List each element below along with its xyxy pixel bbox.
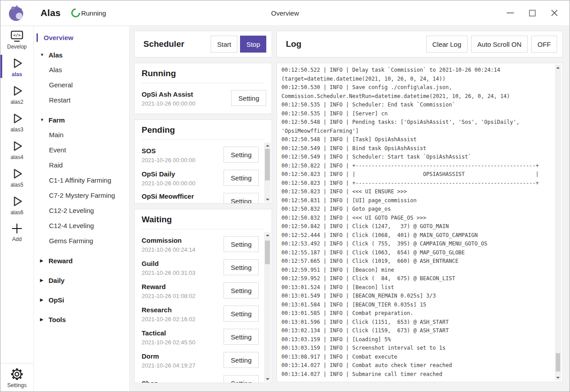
sidenav-item-c12-4-leveling[interactable]: C12-4 Leveling bbox=[34, 218, 129, 233]
rail-item-label: Develop bbox=[7, 44, 27, 50]
log-line: 00:12:50.823 | INFO | | OPSIASHASSIST | bbox=[281, 170, 550, 179]
log-body-panel: 00:12:50.522 | INFO | Delay task `Commis… bbox=[277, 63, 563, 382]
log-line: 00:12:52.444 | INFO | Click (1068, 401) … bbox=[281, 231, 550, 240]
log-line: 00:12:50.548 | INFO | Pending tasks: ['O… bbox=[281, 118, 550, 135]
log-line: 00:13:01.596 | INFO | Click (1151, 653) … bbox=[281, 318, 550, 327]
log-lines: 00:12:50.522 | INFO | Delay task `Commis… bbox=[281, 66, 550, 380]
nav-group-header-alas[interactable]: Alas bbox=[34, 47, 129, 62]
scroll-up-icon[interactable] bbox=[264, 232, 271, 238]
rail-instance-alas3[interactable]: alas3 bbox=[0, 108, 33, 135]
sidenav-item-c7-2-mystery-farming[interactable]: C7-2 Mystery Farming bbox=[34, 188, 129, 203]
scroll-up-icon[interactable] bbox=[555, 65, 561, 70]
rail-instance-alas6[interactable]: alas6 bbox=[0, 191, 33, 218]
nav-group-header-farm[interactable]: Farm bbox=[34, 112, 129, 127]
app-name: Alas bbox=[41, 8, 61, 18]
play-icon bbox=[10, 195, 24, 208]
task-next-run-time: 2021-10-26 00:24:14 bbox=[142, 246, 213, 253]
sidenav-item-alas[interactable]: Alas bbox=[34, 62, 129, 78]
sidenav-item-raid[interactable]: Raid bbox=[34, 158, 129, 173]
log-line: 00:13:01.584 | INFO | [BEACON_TIER 0.035… bbox=[281, 301, 550, 310]
autoscroll-on-button[interactable]: Auto Scroll ON bbox=[471, 36, 528, 53]
rail-item-add[interactable]: Add bbox=[0, 218, 33, 245]
alas-logo-icon bbox=[8, 4, 25, 22]
chevron-right-icon bbox=[40, 258, 49, 263]
nav-groups: AlasAlasGeneralRestartFarmMainEventRaidC… bbox=[34, 47, 129, 327]
rail-instance-alas5[interactable]: alas5 bbox=[0, 163, 33, 191]
nav-group-header-opsi[interactable]: OpSi bbox=[34, 292, 129, 307]
rail-instance-alas4[interactable]: alas4 bbox=[0, 135, 33, 163]
nav-group-header-reward[interactable]: Reward bbox=[34, 253, 129, 268]
task-setting-button[interactable]: Setting bbox=[224, 170, 259, 186]
start-button[interactable]: Start bbox=[211, 36, 237, 53]
task-row: Reward2021-10-26 01:08:02Setting bbox=[134, 279, 264, 302]
chevron-right-icon bbox=[40, 278, 49, 282]
scroll-down-icon[interactable] bbox=[555, 375, 561, 380]
log-line: 00:13:01.524 | INFO | [Beacon] list bbox=[281, 283, 550, 292]
app-window: Alas Running Overview </> Develop alasal… bbox=[0, 0, 570, 392]
log-scrollbar[interactable] bbox=[555, 65, 561, 380]
chevron-right-icon bbox=[40, 317, 49, 322]
rail-item-label: alas6 bbox=[11, 209, 24, 216]
play-icon bbox=[10, 167, 24, 180]
window-controls bbox=[507, 9, 562, 16]
pending-scrollbar[interactable] bbox=[264, 143, 271, 202]
nav-group-reward: Reward bbox=[34, 253, 129, 268]
nav-group-header-daily[interactable]: Daily bbox=[34, 273, 129, 288]
sidenav-item-event[interactable]: Event bbox=[34, 143, 129, 158]
chevron-down-icon bbox=[40, 53, 49, 57]
task-next-run-time: 2021-10-26 04:19:27 bbox=[142, 362, 213, 369]
task-setting-button[interactable]: Setting bbox=[224, 282, 259, 298]
rail-item-settings[interactable]: Settings bbox=[0, 363, 33, 391]
config-sidenav: Overview AlasAlasGeneralRestartFarmMainE… bbox=[34, 26, 130, 391]
log-header-panel: Log Clear Log Auto Scroll ON OFF bbox=[277, 31, 563, 57]
task-setting-button[interactable]: Setting bbox=[231, 90, 266, 106]
stop-button[interactable]: Stop bbox=[240, 36, 266, 53]
task-setting-button[interactable]: Setting bbox=[224, 193, 259, 203]
scroll-thumb[interactable] bbox=[265, 241, 270, 264]
task-name: Research bbox=[142, 305, 213, 314]
close-icon[interactable] bbox=[551, 9, 558, 16]
rail-instance-alas2[interactable]: alas2 bbox=[0, 80, 33, 108]
pending-task-list: SOS2021-10-26 00:00:00SettingOpSi Daily2… bbox=[134, 142, 264, 203]
scroll-thumb[interactable] bbox=[556, 353, 560, 372]
task-setting-button[interactable]: Setting bbox=[224, 329, 259, 345]
scroll-down-icon[interactable] bbox=[264, 196, 271, 202]
rail-instance-alas[interactable]: alas bbox=[0, 53, 33, 80]
nav-group-alas: AlasAlasGeneralRestart bbox=[34, 47, 129, 108]
scroll-up-icon[interactable] bbox=[264, 143, 271, 148]
rail-item-label: Settings bbox=[7, 382, 26, 388]
rail-item-label: alas5 bbox=[11, 182, 24, 188]
task-setting-button[interactable]: Setting bbox=[224, 236, 259, 252]
rail-item-label: alas4 bbox=[11, 154, 24, 160]
minimize-icon[interactable] bbox=[507, 12, 514, 13]
autoscroll-off-button[interactable]: OFF bbox=[531, 36, 557, 53]
clear-log-button[interactable]: Clear Log bbox=[426, 36, 468, 53]
task-setting-button[interactable]: Setting bbox=[224, 352, 259, 368]
scroll-down-icon[interactable] bbox=[264, 376, 271, 382]
sidenav-item-overview[interactable]: Overview bbox=[34, 33, 129, 43]
task-row: ShopSetting bbox=[134, 372, 264, 383]
task-setting-button[interactable]: Setting bbox=[224, 306, 259, 322]
log-line: 00:13:02.134 | INFO | Click (1159, 673) … bbox=[281, 327, 550, 335]
nav-group-tools: Tools bbox=[34, 312, 129, 327]
svg-text:</>: </> bbox=[13, 33, 21, 37]
sidenav-item-main[interactable]: Main bbox=[34, 127, 129, 143]
task-setting-button[interactable]: Setting bbox=[224, 259, 259, 275]
gear-icon bbox=[10, 368, 24, 381]
sidenav-item-c1-1-affinity-farming[interactable]: C1-1 Affinity Farming bbox=[34, 173, 129, 188]
sidenav-item-general[interactable]: General bbox=[34, 78, 129, 93]
rail-item-develop[interactable]: </> Develop bbox=[0, 26, 33, 53]
log-line: 00:12:50.548 | INFO | [Task] OpsiAshAssi… bbox=[281, 135, 550, 144]
sidenav-item-restart[interactable]: Restart bbox=[34, 93, 129, 108]
task-setting-button[interactable]: Setting bbox=[224, 147, 259, 163]
waiting-scrollbar[interactable] bbox=[264, 232, 271, 382]
maximize-icon[interactable] bbox=[529, 10, 536, 16]
sidenav-item-c12-2-leveling[interactable]: C12-2 Leveling bbox=[34, 203, 129, 218]
task-setting-button[interactable]: Setting bbox=[224, 375, 259, 383]
waiting-panel: Waiting Commission2021-10-26 00:24:14Set… bbox=[134, 209, 272, 383]
scroll-thumb[interactable] bbox=[265, 149, 270, 180]
log-line: 00:13:08.917 | INFO | Combat execute bbox=[281, 353, 550, 362]
sidenav-item-gems-farming[interactable]: Gems Farming bbox=[34, 233, 129, 249]
nav-group-header-tools[interactable]: Tools bbox=[34, 312, 129, 327]
log-line: 00:13:14.027 | INFO | Submarine call tim… bbox=[281, 370, 550, 379]
